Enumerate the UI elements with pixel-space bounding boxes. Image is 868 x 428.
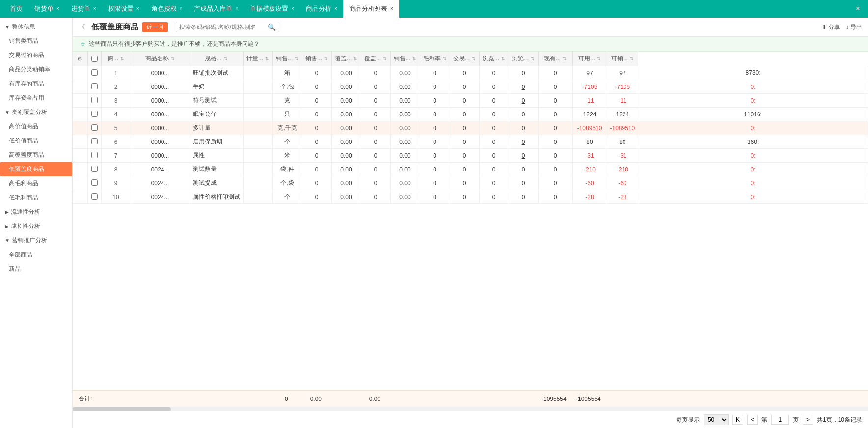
sidebar-section-liquidity[interactable]: ▶ 流通性分析 xyxy=(0,205,72,219)
nav-sales-order[interactable]: 销货单 × xyxy=(28,0,65,18)
row-checkbox[interactable] xyxy=(87,190,101,204)
row-checkbox[interactable] xyxy=(87,163,101,176)
browse-count-link[interactable]: 0 xyxy=(522,84,525,90)
row-browse-count[interactable]: 0 xyxy=(509,176,538,190)
row-checkbox[interactable] xyxy=(87,135,101,149)
sidebar-item-all-goods[interactable]: 全部商品 xyxy=(0,248,72,262)
th-sales-days[interactable]: 销售...⇅ xyxy=(390,52,420,66)
row-browse-count[interactable]: 0 xyxy=(509,163,538,176)
search-input[interactable] xyxy=(179,24,268,30)
row-browse-count[interactable]: 0 xyxy=(509,149,538,163)
row-select-checkbox[interactable] xyxy=(91,83,98,89)
th-sales-qty[interactable]: 销售...⇅ xyxy=(272,52,302,66)
sidebar-item-low-margin[interactable]: 低毛利商品 xyxy=(0,191,72,205)
first-page-button[interactable]: K xyxy=(732,415,743,425)
row-checkbox[interactable] xyxy=(87,121,101,135)
sidebar-section-overall[interactable]: ▼ 整体信息 xyxy=(0,20,72,34)
sidebar-section-growth[interactable]: ▶ 成长性分析 xyxy=(0,219,72,233)
th-settings[interactable]: ⚙ xyxy=(73,52,87,66)
sidebar-item-sales-goods[interactable]: 销售类商品 xyxy=(0,34,72,48)
row-checkbox[interactable] xyxy=(87,94,101,108)
sidebar-item-in-stock[interactable]: 有库存的商品 xyxy=(0,77,72,91)
sidebar-item-high-coverage[interactable]: 高覆盖度商品 xyxy=(0,148,72,162)
row-browse-count[interactable]: 0 xyxy=(509,190,538,204)
nav-permission[interactable]: 权限设置 × xyxy=(102,0,145,18)
sidebar-item-high-value[interactable]: 高价值商品 xyxy=(0,119,72,134)
th-current-stock[interactable]: 现有...⇅ xyxy=(538,52,572,66)
row-select-checkbox[interactable] xyxy=(91,124,98,131)
per-page-select[interactable]: 50 20 100 xyxy=(704,414,729,425)
th-browse-count[interactable]: 浏览...⇅ xyxy=(479,52,509,66)
select-all-checkbox[interactable] xyxy=(91,56,98,62)
th-spec[interactable]: 规格...⇅ xyxy=(190,52,243,66)
browse-count-link[interactable]: 0 xyxy=(522,194,525,200)
th-unit[interactable]: 计量...⇅ xyxy=(243,52,272,66)
close-icon[interactable]: × xyxy=(334,0,337,18)
browse-count-link[interactable]: 0 xyxy=(522,125,525,132)
row-select-checkbox[interactable] xyxy=(91,179,98,186)
row-browse-count[interactable]: 0 xyxy=(509,66,538,80)
sidebar-section-coverage[interactable]: ▼ 类别覆盖分析 xyxy=(0,105,72,119)
sidebar-item-category-turnover[interactable]: 商品分类动销率 xyxy=(0,62,72,77)
sidebar-item-traded-goods[interactable]: 交易过的商品 xyxy=(0,48,72,62)
row-browse-count[interactable]: 0 xyxy=(509,80,538,94)
horizontal-scrollbar[interactable] xyxy=(73,407,868,411)
close-icon[interactable]: × xyxy=(390,0,393,18)
browse-count-link[interactable]: 0 xyxy=(522,180,525,187)
row-select-checkbox[interactable] xyxy=(91,97,98,103)
browse-count-link[interactable]: 0 xyxy=(522,166,525,173)
th-sales-amt[interactable]: 销售...⇅ xyxy=(302,52,331,66)
th-trade-count[interactable]: 交易...⇅ xyxy=(450,52,479,66)
row-select-checkbox[interactable] xyxy=(91,166,98,172)
export-button[interactable]: ↓ 导出 xyxy=(846,23,862,31)
nav-product-inbound[interactable]: 产成品入库单 × xyxy=(188,0,244,18)
row-select-checkbox[interactable] xyxy=(91,69,98,76)
row-checkbox[interactable] xyxy=(87,108,101,121)
row-browse-count[interactable]: 0 xyxy=(509,108,538,121)
page-input[interactable] xyxy=(771,415,789,425)
th-checkbox[interactable] xyxy=(87,52,101,66)
browse-count-link[interactable]: 0 xyxy=(522,70,525,77)
sidebar-section-marketing[interactable]: ▼ 营销推广分析 xyxy=(0,233,72,248)
th-gross-rate[interactable]: 毛利率⇅ xyxy=(420,52,450,66)
sidebar-item-high-margin[interactable]: 高毛利商品 xyxy=(0,176,72,191)
nav-template-settings[interactable]: 单据模板设置 × xyxy=(244,0,300,18)
sidebar-item-low-value[interactable]: 低价值商品 xyxy=(0,134,72,148)
browse-count-link[interactable]: 0 xyxy=(522,111,525,118)
row-browse-count[interactable]: 0 xyxy=(509,94,538,108)
close-icon[interactable]: × xyxy=(180,0,183,18)
th-can-sell[interactable]: 可销...⇅ xyxy=(607,52,638,66)
th-code[interactable]: 商...⇅ xyxy=(101,52,131,66)
close-icon[interactable]: × xyxy=(56,0,59,18)
nav-product-analysis[interactable]: 商品分析 × xyxy=(300,0,343,18)
sidebar-item-low-coverage[interactable]: 低覆盖度商品 xyxy=(0,162,72,176)
row-checkbox[interactable] xyxy=(87,80,101,94)
product-table-container[interactable]: ⚙ 商...⇅ 商品名称⇅ 规格...⇅ xyxy=(73,52,868,390)
search-icon[interactable]: 🔍 xyxy=(268,23,276,31)
row-select-checkbox[interactable] xyxy=(91,193,98,200)
row-checkbox[interactable] xyxy=(87,176,101,190)
browse-count-link[interactable]: 0 xyxy=(522,97,525,104)
sidebar-item-new-goods[interactable]: 新品 xyxy=(0,262,72,276)
next-page-button[interactable]: > xyxy=(803,415,813,425)
window-close-button[interactable]: × xyxy=(852,4,864,13)
th-cover-count[interactable]: 覆盖...⇅ xyxy=(331,52,361,66)
th-browse-rate[interactable]: 浏览...⇅ xyxy=(509,52,538,66)
th-available[interactable]: 可用...⇅ xyxy=(572,52,607,66)
prev-page-button[interactable]: < xyxy=(747,415,758,425)
share-button[interactable]: ⬆ 分享 xyxy=(822,23,840,31)
close-icon[interactable]: × xyxy=(93,0,96,18)
nav-home[interactable]: 首页 xyxy=(4,0,28,18)
row-select-checkbox[interactable] xyxy=(91,152,98,158)
nav-purchase-order[interactable]: 进货单 × xyxy=(65,0,102,18)
nav-role-auth[interactable]: 角色授权 × xyxy=(145,0,189,18)
th-name[interactable]: 商品名称⇅ xyxy=(131,52,190,66)
close-icon[interactable]: × xyxy=(235,0,238,18)
sidebar-collapse-button[interactable]: 《 xyxy=(79,23,85,31)
row-checkbox[interactable] xyxy=(87,66,101,80)
th-cover-rate[interactable]: 覆盖...⇅ xyxy=(361,52,390,66)
row-browse-count[interactable]: 0 xyxy=(509,135,538,149)
row-select-checkbox[interactable] xyxy=(91,138,98,144)
browse-count-link[interactable]: 0 xyxy=(522,152,525,159)
row-checkbox[interactable] xyxy=(87,149,101,163)
